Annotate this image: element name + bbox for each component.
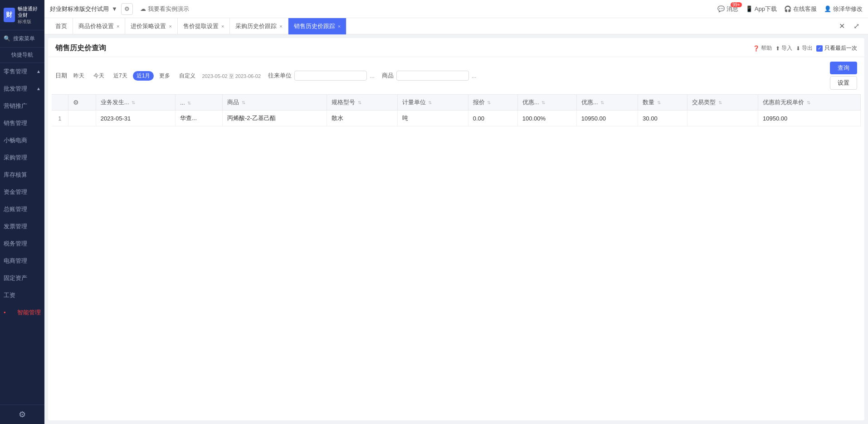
tab-purchase-strategy[interactable]: 进价策略设置 × [125,18,177,34]
topbar-online-service[interactable]: 🎧 在线客服 [784,5,817,13]
export-link[interactable]: ⬇ 导出 [796,44,813,52]
date-option-more[interactable]: 更多 [156,71,174,81]
sidebar-item-asset[interactable]: 固定资产 [0,270,44,287]
gear-icon[interactable]: ⚙ [73,99,79,106]
chevron-icon: ▲ [36,69,41,74]
sidebar-item-inventory[interactable]: 库存核算 [0,166,44,183]
date-option-today[interactable]: 今天 [90,71,108,81]
sidebar-settings-button[interactable]: ⚙ [0,405,44,424]
table-row: 1 2023-05-31 华查... 丙烯酸-2-乙基己酯 散水 吨 0.00 … [52,111,861,126]
date-option-last7[interactable]: 近7天 [110,71,131,81]
sidebar-item-invoice[interactable]: 发票管理 [0,218,44,235]
date-option-yesterday[interactable]: 昨天 [70,71,88,81]
sidebar-item-smart[interactable]: 智能管理 [0,304,44,321]
cell-index: 1 [52,111,68,126]
data-table: ⚙ 业务发生... ⇅ ... ⇅ 商品 ⇅ [52,94,861,126]
customer-dots-button[interactable]: ... [370,72,375,79]
export-icon: ⬇ [796,45,800,52]
topbar-message[interactable]: 💬 消息 99+ [717,5,738,13]
page-content: 销售历史价查询 ❓ 帮助 ⬆ 导入 ⬇ 导出 ✓ 只看最后一次 [48,38,864,420]
close-icon[interactable]: × [221,24,224,29]
headset-icon: 🎧 [784,5,791,12]
import-link[interactable]: ⬆ 导入 [775,44,792,52]
sidebar-logo: 财 畅捷通好业财 标准版 [0,0,44,30]
col-goods[interactable]: 商品 ⇅ [223,95,327,111]
close-icon[interactable]: × [279,24,282,29]
col-spec[interactable]: 规格型号 ⇅ [327,95,398,111]
sort-icon: ⇅ [358,100,361,105]
maximize-window-button[interactable]: ⤢ [850,20,863,33]
tabbar-window-controls: ✕ ⤢ [835,20,863,33]
sidebar-item-salary[interactable]: 工资 [0,287,44,304]
user-icon: 👤 [824,5,831,12]
tab-price[interactable]: 商品价格设置 × [73,18,125,34]
search-icon: 🔍 [4,35,10,42]
topbar-module-selector[interactable]: 好业财标准版交付试用 ▼ [50,5,117,13]
close-icon[interactable]: × [169,24,171,29]
phone-icon: 📱 [746,5,753,12]
sidebar-item-tax[interactable]: 税务管理 [0,235,44,252]
sort-icon: ⇅ [428,100,432,105]
sidebar-item-retail[interactable]: 零售管理 ▲ [0,63,44,80]
cell-discount1: 100.00% [517,111,576,126]
close-window-button[interactable]: ✕ [835,20,848,33]
sidebar-item-purchase[interactable]: 采购管理 [0,149,44,166]
query-button[interactable]: 查询 [830,62,857,74]
sidebar-item-wholesale[interactable]: 批发管理 ▲ [0,80,44,97]
import-icon: ⬆ [775,45,780,52]
sidebar-item-ecommerce-small[interactable]: 小畅电商 [0,132,44,149]
col-quantity[interactable]: 数量 ⇅ [638,95,688,111]
goods-filter-label: 商品 [382,72,394,80]
sort-icon: ⇅ [718,100,722,105]
tab-sale-extract[interactable]: 售价提取设置 × [178,18,230,34]
date-option-custom[interactable]: 自定义 [176,71,199,81]
topbar-settings-button[interactable]: ⚙ [121,3,133,15]
date-option-last1m[interactable]: 近1月 [133,71,154,81]
col-date[interactable]: 业务发生... ⇅ [96,95,175,111]
sort-icon: ⇅ [487,100,491,105]
sidebar-search[interactable]: 🔍 搜索菜单 [0,30,44,48]
tab-purchase-history[interactable]: 采购历史价跟踪 × [230,18,288,34]
help-link[interactable]: ❓ 帮助 [753,44,772,52]
gear-icon: ⚙ [124,5,130,12]
col-price[interactable]: 报价 ⇅ [468,95,517,111]
topbar-app-download[interactable]: 📱 App下载 [746,5,777,13]
customer-input[interactable] [294,71,367,81]
cell-unit: 吨 [397,111,468,126]
sort-icon: ⇅ [187,101,191,106]
col-pretax-price[interactable]: 优惠前无税单价 ⇅ [758,95,860,111]
cell-pretax-price: 10950.00 [758,111,860,126]
last-only-checkbox-label[interactable]: ✓ 只看最后一次 [816,44,857,52]
col-discount2[interactable]: 优惠... ⇅ [576,95,638,111]
col-transaction-type[interactable]: 交易类型 ⇅ [688,95,758,111]
sidebar-item-account[interactable]: 总账管理 [0,201,44,218]
topbar-demo-link[interactable]: ☁ 我要看实例演示 [140,5,189,13]
topbar-right: 💬 消息 99+ 📱 App下载 🎧 在线客服 👤 徐泽华修改 [717,5,863,13]
tab-sale-history[interactable]: 销售历史价跟踪 × [288,18,346,34]
date-range-display: 2023-05-02 至 2023-06-02 [202,73,261,80]
chevron-down-icon: ▼ [112,5,117,12]
sidebar-quick-nav[interactable]: 快捷导航 [0,48,44,63]
message-icon: 💬 [717,5,725,12]
col-discount1[interactable]: 优惠... ⇅ [517,95,576,111]
topbar: 好业财标准版交付试用 ▼ ⚙ ☁ 我要看实例演示 💬 消息 99+ 📱 App下… [44,0,868,18]
cell-price: 0.00 [468,111,517,126]
sidebar-item-marketing[interactable]: 营销推广 [0,97,44,115]
goods-dots-button[interactable]: ... [472,72,477,79]
main-area: 好业财标准版交付试用 ▼ ⚙ ☁ 我要看实例演示 💬 消息 99+ 📱 App下… [44,0,868,424]
topbar-user[interactable]: 👤 徐泽华修改 [824,5,863,13]
col-unit[interactable]: 计量单位 ⇅ [397,95,468,111]
sidebar-item-sales[interactable]: 销售管理 [0,115,44,132]
close-icon[interactable]: × [338,24,341,29]
message-badge: 99+ [731,2,742,7]
col-gear[interactable]: ⚙ [68,95,96,111]
sidebar-item-finance[interactable]: 资金管理 [0,183,44,201]
close-icon[interactable]: × [117,24,119,29]
col-extra[interactable]: ... ⇅ [175,95,222,111]
sort-icon: ⇅ [657,100,661,105]
tab-home[interactable]: 首页 [50,18,73,34]
chevron-icon: ▲ [36,86,41,91]
goods-input[interactable] [396,71,469,81]
settings-button[interactable]: 设置 [830,76,857,90]
sidebar-item-ecommerce[interactable]: 电商管理 [0,252,44,270]
